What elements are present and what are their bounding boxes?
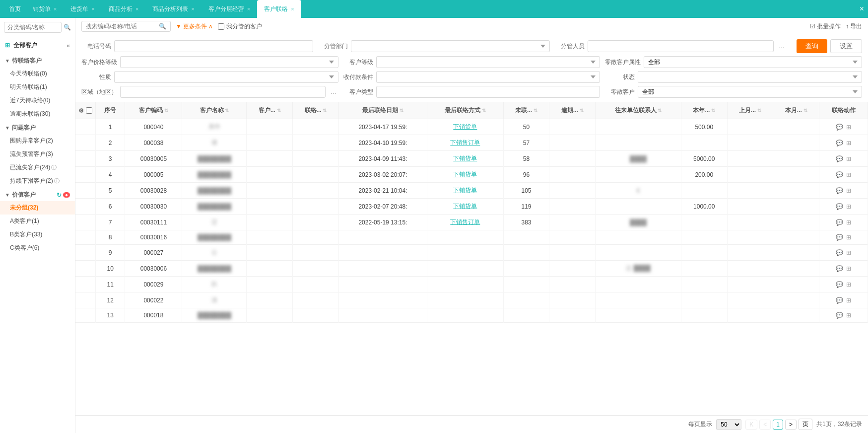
next-page-button[interactable]: > [785,420,797,430]
sidebar-item-declining[interactable]: 持续下滑客户(2) ⓘ [0,174,75,188]
chat-icon[interactable]: 💬 [836,281,843,288]
grid-action-icon[interactable]: ⊞ [846,297,851,304]
tab-customer-tier[interactable]: 客户分层经营 × [201,0,257,18]
select-all-checkbox[interactable] [86,107,92,114]
batch-operation-button[interactable]: ☑ 批量操作 [810,22,841,31]
my-customers-checkbox[interactable] [218,23,224,30]
chat-icon[interactable]: 💬 [836,155,843,162]
filter-retail-select[interactable]: 全部 [638,86,862,98]
page-size-select[interactable]: 20 50 100 [716,419,741,430]
tab-customer-contact[interactable]: 客户联络 × [257,0,301,18]
col-unit-contact[interactable]: 往来单位联系人 [596,102,681,119]
filter-price-level-select[interactable] [120,56,338,68]
tab-product-analysis-list[interactable]: 商品分析列表 × [145,0,201,18]
prev-page-button[interactable]: < [759,420,771,430]
reset-button[interactable]: 设置 [830,39,862,53]
export-button[interactable]: ↑ 导出 [846,22,862,31]
all-customers-header[interactable]: ⊞ 全部客户 « [0,37,75,54]
grid-action-icon[interactable]: ⊞ [846,203,851,210]
col-last-contact-way[interactable]: 最后联络方式 [427,102,504,119]
filter-customer-type-input[interactable] [376,86,601,98]
more-conditions-button[interactable]: ▼ 更多条件 ∧ [176,22,213,31]
grid-action-icon[interactable]: ⊞ [846,249,851,256]
chat-icon[interactable]: 💬 [836,219,843,226]
chat-icon[interactable]: 💬 [836,312,843,319]
sidebar-item-class-c[interactable]: C类客户(6) [0,241,75,255]
close-icon[interactable]: × [54,6,57,12]
sidebar-item-churn-warning[interactable]: 流失预警客户(3) [0,147,75,161]
nav-close-button[interactable]: × [860,4,864,13]
filter-region-input[interactable] [120,86,326,98]
chat-icon[interactable]: 💬 [836,140,843,146]
chat-icon[interactable]: 💬 [836,234,843,241]
chat-icon[interactable]: 💬 [836,297,843,304]
filter-payment-select[interactable] [376,71,601,83]
filter-phone-input[interactable] [114,40,313,52]
sidebar-item-churned[interactable]: 已流失客户(24) ⓘ [0,161,75,174]
grid-action-icon[interactable]: ⊞ [846,140,851,146]
col-this-month[interactable]: 本月... [773,102,819,119]
main-search-input[interactable] [86,23,159,30]
sidebar-search-icon[interactable]: 🔍 [64,24,71,31]
close-icon[interactable]: × [291,6,294,12]
grid-action-icon[interactable]: ⊞ [846,234,851,241]
refresh-icon[interactable]: ↻ [57,192,62,199]
region-dots-button[interactable]: … [329,87,338,96]
filter-retail-attr-select[interactable]: 全部 [644,56,862,68]
sidebar-item-week-pending[interactable]: 近7天待联络(0) [0,94,75,107]
sidebar-item-tomorrow-pending[interactable]: 明天待联络(1) [0,80,75,94]
grid-action-icon[interactable]: ⊞ [846,187,851,194]
grid-action-icon[interactable]: ⊞ [846,265,851,272]
sidebar-item-ungrouped[interactable]: 未分组(32) [0,201,75,215]
tab-home[interactable]: 首页 [4,0,26,18]
filter-status-select[interactable] [638,71,862,83]
cell-contact [293,135,339,151]
filter-dept-select[interactable] [351,40,550,52]
close-icon[interactable]: × [91,6,94,12]
close-icon[interactable]: × [191,6,194,12]
grid-action-icon[interactable]: ⊞ [846,281,851,288]
chat-icon[interactable]: 💬 [836,249,843,256]
col-type[interactable]: 客户... [247,102,293,119]
cell-this-month [773,277,819,292]
manager-dots-button[interactable]: … [777,42,787,51]
close-icon[interactable]: × [247,6,250,12]
tab-sales[interactable]: 销货单 × [26,0,64,18]
grid-action-icon[interactable]: ⊞ [846,155,851,162]
grid-action-icon[interactable]: ⊞ [846,124,851,131]
sidebar-item-class-b[interactable]: B类客户(33) [0,228,75,241]
first-page-button[interactable]: K [745,420,757,430]
grid-action-icon[interactable]: ⊞ [846,312,851,319]
filter-customer-level-select[interactable] [376,56,601,68]
grid-action-icon[interactable]: ⊞ [846,219,851,226]
query-button[interactable]: 查询 [797,39,827,53]
sidebar-item-today-pending[interactable]: 今天待联络(0) [0,67,75,80]
grid-action-icon[interactable]: ⊞ [846,171,851,178]
chat-icon[interactable]: 💬 [836,265,843,272]
chat-icon[interactable]: 💬 [836,187,843,194]
sidebar-search-input[interactable] [4,22,62,33]
col-last-month[interactable]: 上月... [727,102,773,119]
chat-icon[interactable]: 💬 [836,203,843,210]
sidebar-item-class-a[interactable]: A类客户(1) [0,215,75,228]
col-name[interactable]: 客户名称 [182,102,247,119]
filter-nature-select[interactable] [114,71,338,83]
col-overdue[interactable]: 逾期... [549,102,596,119]
filter-manager-input[interactable] [588,40,774,52]
col-last-contact-date[interactable]: 最后联络日期 [338,102,427,119]
sidebar-item-abnormal[interactable]: 囤购异常客户(2) [0,134,75,147]
col-not-contact[interactable]: 未联... [503,102,549,119]
col-this-year[interactable]: 本年... [681,102,727,119]
sidebar-item-overdue-pending[interactable]: 逾期未联络(30) [0,107,75,121]
chat-icon[interactable]: 💬 [836,171,843,178]
tab-purchase[interactable]: 进货单 × [64,0,101,18]
close-icon[interactable]: × [135,6,138,12]
sidebar-collapse-icon[interactable]: « [67,42,70,49]
col-contact[interactable]: 联络... [293,102,339,119]
chat-icon[interactable]: 💬 [836,124,843,131]
main-search-icon[interactable]: 🔍 [159,23,166,30]
col-code[interactable]: 客户编码 [125,102,182,119]
last-page-button[interactable]: 页 [799,419,812,430]
settings-icon[interactable]: ⚙ [78,107,84,114]
tab-product-analysis[interactable]: 商品分析 × [102,0,145,18]
